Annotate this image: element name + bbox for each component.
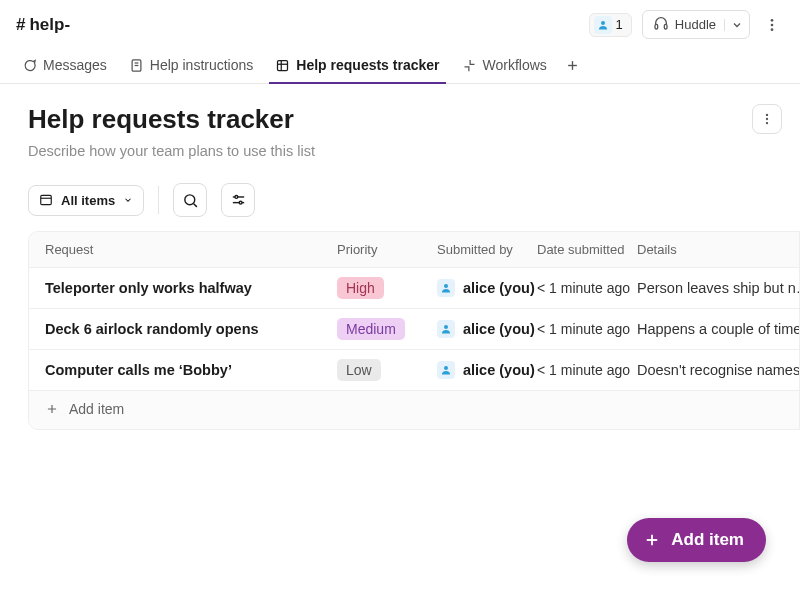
- page-subtitle[interactable]: Describe how your team plans to use this…: [28, 143, 315, 159]
- svg-point-26: [444, 325, 448, 329]
- person-icon: [437, 361, 455, 379]
- col-date-submitted[interactable]: Date submitted: [537, 242, 637, 257]
- svg-point-15: [766, 118, 768, 120]
- submitted-by-cell: alice (you): [437, 320, 537, 338]
- svg-point-0: [601, 21, 605, 25]
- channel-name[interactable]: # help-: [16, 15, 70, 35]
- submitted-by-cell: alice (you): [437, 361, 537, 379]
- details-cell: Doesn't recognise names of any…: [637, 362, 800, 378]
- tab-label: Workflows: [483, 57, 547, 73]
- details-cell: Happens a couple of times per …: [637, 321, 800, 337]
- table-row[interactable]: Teleporter only works halfway High alice…: [29, 268, 799, 309]
- svg-rect-1: [655, 24, 658, 29]
- svg-point-5: [771, 28, 774, 31]
- person-icon: [437, 320, 455, 338]
- priority-badge: Low: [337, 359, 381, 381]
- huddle-button[interactable]: Huddle: [642, 10, 750, 39]
- table-row[interactable]: Deck 6 airlock randomly opens Medium ali…: [29, 309, 799, 350]
- add-item-fab[interactable]: Add item: [627, 518, 766, 562]
- user-name: alice (you): [463, 321, 535, 337]
- priority-badge: Medium: [337, 318, 405, 340]
- tab-label: Help instructions: [150, 57, 254, 73]
- date-cell: < 1 minute ago: [537, 362, 637, 378]
- svg-rect-17: [41, 195, 52, 204]
- filter-button[interactable]: [221, 183, 255, 217]
- view-label: All items: [61, 193, 115, 208]
- search-icon: [182, 192, 199, 209]
- user-name: alice (you): [463, 280, 535, 296]
- col-submitted-by[interactable]: Submitted by: [437, 242, 537, 257]
- svg-rect-2: [664, 24, 667, 29]
- col-details[interactable]: Details: [637, 242, 800, 257]
- add-item-row[interactable]: Add item: [29, 391, 799, 429]
- svg-point-14: [766, 114, 768, 116]
- svg-line-20: [193, 203, 196, 206]
- details-cell: Person leaves ship but never …: [637, 280, 800, 296]
- channel-tabs: Messages Help instructions Help requests…: [0, 49, 800, 84]
- tab-label: Help requests tracker: [296, 57, 439, 73]
- svg-rect-9: [278, 60, 288, 70]
- svg-point-16: [766, 122, 768, 124]
- divider: [158, 186, 159, 214]
- person-icon: [437, 279, 455, 297]
- chevron-down-icon[interactable]: [724, 19, 743, 31]
- person-icon: [594, 16, 612, 34]
- list-toolbar: All items: [28, 183, 800, 217]
- plus-icon: [45, 402, 59, 416]
- add-item-label: Add item: [69, 401, 124, 417]
- tab-messages[interactable]: Messages: [12, 49, 117, 83]
- tab-help-instructions[interactable]: Help instructions: [119, 49, 264, 83]
- svg-point-22: [235, 195, 238, 198]
- svg-point-25: [444, 284, 448, 288]
- huddle-label: Huddle: [675, 17, 716, 32]
- svg-point-27: [444, 366, 448, 370]
- svg-point-4: [771, 23, 774, 26]
- sliders-icon: [230, 192, 247, 209]
- add-tab-button[interactable]: [559, 50, 590, 83]
- submitted-by-cell: alice (you): [437, 279, 537, 297]
- table-row[interactable]: Computer calls me ‘Bobby’ Low alice (you…: [29, 350, 799, 391]
- request-cell: Deck 6 airlock randomly opens: [45, 321, 337, 337]
- col-priority[interactable]: Priority: [337, 242, 437, 257]
- svg-point-19: [185, 194, 195, 204]
- date-cell: < 1 minute ago: [537, 280, 637, 296]
- search-button[interactable]: [173, 183, 207, 217]
- table-header: Request Priority Submitted by Date submi…: [29, 232, 799, 268]
- col-request[interactable]: Request: [45, 242, 337, 257]
- plus-icon: [643, 531, 661, 549]
- chevron-down-icon: [123, 195, 133, 205]
- channel-name-text: help-: [29, 15, 70, 35]
- request-cell: Teleporter only works halfway: [45, 280, 337, 296]
- priority-badge: High: [337, 277, 384, 299]
- date-cell: < 1 minute ago: [537, 321, 637, 337]
- view-selector[interactable]: All items: [28, 185, 144, 216]
- member-count-chip[interactable]: 1: [589, 13, 632, 37]
- tab-label: Messages: [43, 57, 107, 73]
- tab-workflows[interactable]: Workflows: [452, 49, 557, 83]
- request-cell: Computer calls me ‘Bobby’: [45, 362, 337, 378]
- svg-point-24: [239, 201, 242, 204]
- headphones-icon: [653, 15, 669, 34]
- fab-label: Add item: [671, 530, 744, 550]
- tab-help-requests-tracker[interactable]: Help requests tracker: [265, 49, 449, 83]
- requests-table: Request Priority Submitted by Date submi…: [28, 231, 800, 430]
- page-more-button[interactable]: [752, 104, 782, 134]
- hash-icon: #: [16, 15, 25, 35]
- page-title: Help requests tracker: [28, 104, 315, 135]
- member-count: 1: [616, 17, 623, 32]
- channel-more-button[interactable]: [760, 13, 784, 37]
- user-name: alice (you): [463, 362, 535, 378]
- svg-point-3: [771, 19, 774, 22]
